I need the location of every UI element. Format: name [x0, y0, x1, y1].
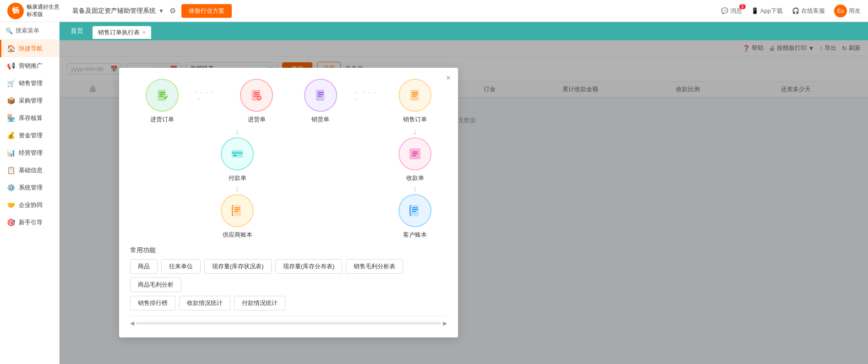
- customer-ledger-label: 客户账本: [403, 231, 427, 239]
- sales-slip-icon: [304, 79, 337, 112]
- message-btn[interactable]: 💬 消息 5: [721, 7, 742, 15]
- sales-order-node[interactable]: 销售订单: [383, 79, 447, 124]
- popup-close-btn[interactable]: ×: [446, 73, 451, 83]
- purchase-order-label: 进货订单: [150, 115, 174, 124]
- sidebar-item-purchase[interactable]: 📦 采购管理: [0, 92, 59, 109]
- func-btn-goods[interactable]: 商品: [130, 259, 158, 274]
- flow-diagram: 进货订单 - - - - →: [130, 79, 447, 239]
- scroll-right-btn[interactable]: ▶: [443, 320, 447, 326]
- scrollbar-area: ◀ ▶: [130, 316, 447, 326]
- tab-bar: 首页 销售订单执行表 ×: [60, 22, 868, 40]
- arrow-down-receipt2: ↓: [413, 184, 417, 192]
- sidebar-item-inventory[interactable]: 🏪 库存核算: [0, 109, 59, 127]
- tab-home[interactable]: 首页: [63, 22, 91, 40]
- sales-order-label: 销售订单: [403, 115, 427, 124]
- sidebar-item-basic[interactable]: 📋 基础信息: [0, 162, 59, 179]
- sidebar-item-operation[interactable]: 📊 经营管理: [0, 144, 59, 162]
- sales-slip-node[interactable]: 销货单: [289, 79, 352, 124]
- func-btn-sales-margin[interactable]: 销售毛利分析表: [346, 259, 403, 274]
- sidebar-item-enterprise[interactable]: 🤝 企业协同: [0, 196, 59, 214]
- sidebar-item-system[interactable]: ⚙️ 系统管理: [0, 179, 59, 196]
- svg-rect-9: [316, 90, 324, 101]
- content-body: ❓ 帮助 🖨 按模板打印 ▼ ↑ 导出 ↻ 刷新: [60, 40, 868, 364]
- sidebar-item-sales[interactable]: 🛒 销售管理: [0, 75, 59, 92]
- system-title: 装备及固定资产辅助管理系统 ▼: [72, 7, 164, 15]
- receipt-label: 收款单: [406, 174, 424, 182]
- receipt-icon: [399, 137, 431, 170]
- service-btn[interactable]: 🎧 在线客服: [792, 7, 825, 15]
- purchase-slip-node[interactable]: 进货单: [225, 79, 289, 124]
- user-avatar: Ea: [834, 5, 847, 17]
- payment-label: 付款单: [229, 174, 246, 182]
- sales-icon: 🛒: [7, 79, 15, 87]
- sidebar-item-finance[interactable]: 💰 资金管理: [0, 127, 59, 144]
- sidebar-item-marketing[interactable]: 📢 营销推广: [0, 57, 59, 75]
- tab-sales-order[interactable]: 销售订单执行表 ×: [93, 26, 151, 39]
- payment-icon: [221, 137, 254, 170]
- func-btn-stock-status[interactable]: 现存量(库存状况表): [204, 259, 272, 274]
- service-icon: 🎧: [792, 7, 799, 14]
- scroll-left-btn[interactable]: ◀: [130, 320, 134, 326]
- inventory-icon: 🏪: [7, 114, 15, 122]
- settings-icon[interactable]: ⚙: [169, 6, 176, 15]
- purchase-slip-icon: [240, 79, 273, 112]
- receipt-node[interactable]: 收款单: [383, 137, 447, 182]
- brand-icon: 畅: [7, 3, 24, 19]
- marketing-icon: 📢: [7, 62, 15, 70]
- purchase-order-node[interactable]: 进货订单: [130, 79, 194, 124]
- sidebar-item-guide[interactable]: 🎯 新手引导: [0, 214, 59, 231]
- func-btn-payment-stats[interactable]: 付款情况统计: [234, 296, 285, 310]
- sales-order-icon: [399, 79, 431, 112]
- home-icon: 🏠: [7, 44, 15, 53]
- arrow-down-receipt: ↓: [413, 127, 417, 136]
- scroll-bar[interactable]: [136, 322, 441, 325]
- user-menu[interactable]: Ea 用友: [834, 5, 861, 17]
- supplier-ledger-label: 供应商账本: [223, 231, 252, 239]
- purchase-icon: 📦: [7, 97, 15, 105]
- arrow-so-ss: ← - - - -: [354, 89, 381, 102]
- payment-node[interactable]: 付款单: [205, 137, 269, 182]
- func-btn-receipt-stats[interactable]: 收款情况统计: [179, 296, 230, 310]
- sidebar-item-quick-nav[interactable]: 🏠 快捷导航: [0, 40, 59, 57]
- svg-rect-13: [410, 90, 419, 101]
- sales-slip-label: 销货单: [311, 115, 329, 124]
- flow-popup: ×: [119, 68, 458, 337]
- svg-rect-0: [158, 90, 166, 101]
- common-func-title: 常用功能: [130, 246, 447, 255]
- guide-icon: 🎯: [7, 218, 15, 227]
- func-btn-partners[interactable]: 往来单位: [161, 259, 201, 274]
- arrow-po-ps: - - - - →: [196, 89, 223, 102]
- supplier-ledger-node[interactable]: 供应商账本: [205, 194, 269, 239]
- customer-ledger-icon: [399, 194, 431, 227]
- svg-rect-28: [410, 205, 419, 216]
- func-buttons-row2: 销售排行榜 收款情况统计 付款情况统计: [130, 296, 447, 310]
- tab-close-icon[interactable]: ×: [142, 29, 146, 36]
- finance-icon: 💰: [7, 131, 15, 140]
- app-download-btn[interactable]: 📱 App下载: [751, 7, 783, 15]
- enterprise-icon: 🤝: [7, 201, 15, 209]
- top-right-area: 💬 消息 5 📱 App下载 🎧 在线客服 Ea 用友: [721, 5, 861, 17]
- func-btn-sales-rank[interactable]: 销售排行榜: [130, 296, 175, 310]
- customer-ledger-node[interactable]: 客户账本: [383, 194, 447, 239]
- svg-rect-4: [252, 90, 260, 101]
- content-area: 首页 销售订单执行表 × ❓ 帮助 🖨 按模板打印 ▼: [60, 22, 868, 364]
- common-functions: 常用功能 商品 往来单位 现存量(库存状况表) 现存量(库存分布表) 销售毛利分…: [130, 246, 447, 310]
- svg-rect-19: [234, 155, 236, 156]
- func-buttons-area: 商品 往来单位 现存量(库存状况表) 现存量(库存分布表) 销售毛利分析表 商品…: [130, 259, 447, 292]
- title-dropdown-icon[interactable]: ▼: [158, 8, 164, 14]
- arrow-down-payment2: ↓: [235, 184, 240, 192]
- try-btn[interactable]: 体验行业方案: [181, 4, 232, 18]
- search-menu-btn[interactable]: 🔍 搜索菜单: [0, 22, 59, 40]
- brand-name: 畅康通好生意 标准版: [27, 4, 60, 18]
- purchase-order-icon: [146, 79, 179, 112]
- func-btn-goods-margin[interactable]: 商品毛利分析: [130, 277, 181, 292]
- func-btn-stock-dist[interactable]: 现存量(库存分布表): [275, 259, 343, 274]
- svg-rect-18: [232, 152, 243, 154]
- system-icon: ⚙️: [7, 184, 15, 192]
- sidebar: 🔍 搜索菜单 🏠 快捷导航 📢 营销推广 🛒 销售管理 📦 采购管理 🏪: [0, 22, 60, 364]
- message-icon: 💬: [721, 7, 728, 14]
- brand-logo: 畅 畅康通好生意 标准版: [7, 3, 67, 19]
- supplier-ledger-icon: [221, 194, 254, 227]
- svg-rect-20: [233, 205, 241, 216]
- basic-icon: 📋: [7, 166, 15, 174]
